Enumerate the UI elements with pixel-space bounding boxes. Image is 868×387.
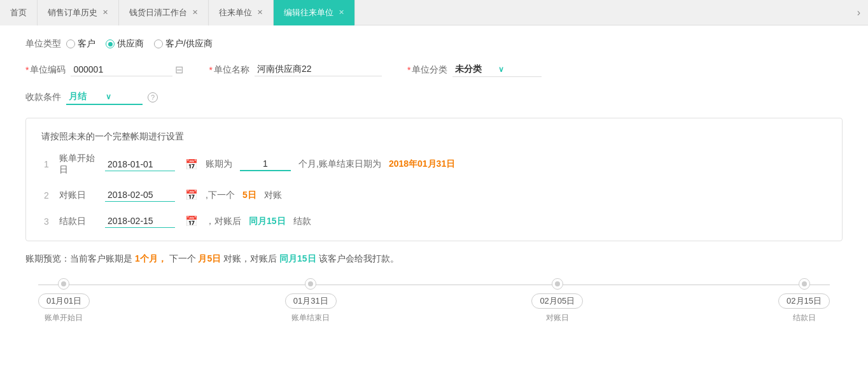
radio-supplier-label: 供应商 <box>117 38 144 50</box>
tab-edit-partner-label: 编辑往来单位 <box>284 7 333 18</box>
tab-sales-history[interactable]: 销售订单历史 ✕ <box>38 0 119 25</box>
unit-code-group: * 单位编码 ⊟ <box>25 63 183 76</box>
payment-help-icon[interactable]: ? <box>148 92 158 102</box>
period-end-date-highlight: 2018年01月31日 <box>389 158 455 170</box>
preview-text: 账期预览：当前客户账期是 1个月， 下一个 月5日 对账，对账后 同月15日 该… <box>25 251 843 265</box>
timeline-dot-1 <box>305 278 316 290</box>
calendar-icon-2[interactable]: 📅 <box>185 189 198 201</box>
radio-customer-circle <box>66 39 75 48</box>
tab-cashier-label: 钱货日清工作台 <box>129 7 187 18</box>
tab-cashier[interactable]: 钱货日清工作台 ✕ <box>119 0 209 25</box>
timeline-date-3: 02月15日 <box>778 293 830 309</box>
radio-supplier-circle <box>106 39 115 48</box>
page-content: 单位类型 客户 供应商 客户/供应商 * 单位编码 ⊟ * 单位名称 <box>0 25 868 387</box>
unit-name-required: * <box>209 65 212 75</box>
radio-group-unit-type: 客户 供应商 客户/供应商 <box>66 38 213 50</box>
period-label-2: 对账日 <box>59 190 97 201</box>
period-desc-1a: 账期为 <box>206 158 232 170</box>
period-desc-2a: ,下一个 <box>206 190 235 201</box>
tab-bar: 首页 销售订单历史 ✕ 钱货日清工作台 ✕ 往来单位 ✕ 编辑往来单位 ✕ › <box>0 0 868 25</box>
tab-partners-label: 往来单位 <box>219 7 252 18</box>
unit-code-label: 单位编码 <box>30 64 66 76</box>
timeline-dot-0 <box>58 278 69 290</box>
timeline-label-0: 账单开始日 <box>45 313 83 323</box>
unit-classify-required: * <box>407 65 410 75</box>
unit-details-row: * 单位编码 ⊟ * 单位名称 * 单位分类 未分类 ∨ <box>25 62 843 77</box>
calendar-icon-3[interactable]: 📅 <box>185 215 198 227</box>
timeline-dot-3 <box>799 278 810 290</box>
preview-middle2: 对账，对账后 <box>223 253 277 264</box>
preview-prefix: 账期预览：当前客户账期是 <box>25 253 132 264</box>
timeline-dot-inner-3 <box>802 281 807 286</box>
period-num-2: 2 <box>41 190 52 201</box>
period-row-3: 3 结款日 📅 ，对账后 同月15日 结款 <box>41 215 827 228</box>
radio-customer-supplier[interactable]: 客户/供应商 <box>154 38 213 50</box>
preview-suffix: 该客户会给我打款。 <box>319 253 399 264</box>
tab-cashier-close[interactable]: ✕ <box>192 8 198 17</box>
timeline-point-3: 02月15日 结款日 <box>778 278 830 323</box>
timeline-points: 01月01日 账单开始日 01月31日 账单结束日 02月05日 对账日 <box>38 278 830 323</box>
tab-home[interactable]: 首页 <box>0 0 38 25</box>
unit-code-required: * <box>25 65 29 75</box>
tab-edit-partner-close[interactable]: ✕ <box>339 8 344 17</box>
timeline-label-2: 对账日 <box>546 313 569 323</box>
period-row-1: 1 账单开始日 📅 账期为 个月,账单结束日期为 2018年01月31日 <box>41 153 827 176</box>
tab-home-label: 首页 <box>10 7 27 18</box>
radio-customer[interactable]: 客户 <box>66 38 95 50</box>
period-desc-3b: 结款 <box>293 216 311 227</box>
period-num-3: 3 <box>41 216 52 227</box>
tab-partners-close[interactable]: ✕ <box>257 8 263 17</box>
timeline-date-1: 01月31日 <box>285 293 337 309</box>
timeline-date-2: 02月05日 <box>531 293 583 309</box>
timeline-point-2: 02月05日 对账日 <box>531 278 583 323</box>
radio-supplier[interactable]: 供应商 <box>106 38 144 50</box>
preview-highlight2: 月5日 <box>198 253 221 264</box>
unit-code-icon[interactable]: ⊟ <box>175 64 183 76</box>
timeline-dot-2 <box>552 278 563 290</box>
payment-condition-select[interactable]: 月结 ∨ <box>66 90 143 105</box>
timeline-dot-inner-1 <box>308 281 313 286</box>
unit-classify-select[interactable]: 未分类 ∨ <box>452 62 542 77</box>
radio-customer-supplier-circle <box>154 39 163 48</box>
radio-customer-label: 客户 <box>78 38 95 50</box>
tab-sales-history-label: 销售订单历史 <box>48 7 97 18</box>
unit-name-input[interactable] <box>255 63 382 76</box>
timeline-label-1: 账单结束日 <box>291 313 330 323</box>
timeline-point-0: 01月01日 账单开始日 <box>38 278 90 323</box>
timeline-point-1: 01月31日 账单结束日 <box>285 278 337 323</box>
period-date-2[interactable] <box>105 188 175 202</box>
preview-middle1: 下一个 <box>169 253 196 264</box>
timeline-dot-inner-2 <box>555 281 560 286</box>
tab-sales-history-close[interactable]: ✕ <box>102 8 108 17</box>
period-box-title: 请按照未来的一个完整帐期进行设置 <box>41 131 827 143</box>
tab-edit-partner[interactable]: 编辑往来单位 ✕ <box>274 0 355 25</box>
unit-name-group: * 单位名称 <box>209 63 381 76</box>
period-row-2: 2 对账日 📅 ,下一个 5日 对账 <box>41 188 827 202</box>
tab-partners[interactable]: 往来单位 ✕ <box>209 0 274 25</box>
period-desc-3a: ，对账后 <box>206 216 241 227</box>
timeline-dot-inner-0 <box>61 281 66 286</box>
period-date-1[interactable] <box>105 158 175 171</box>
payment-condition-label: 收款条件 <box>25 92 61 103</box>
classify-chevron-icon: ∨ <box>498 65 539 74</box>
tab-more-button[interactable]: › <box>850 0 868 25</box>
unit-code-input[interactable] <box>71 63 172 76</box>
period-month-input[interactable] <box>240 157 291 171</box>
period-desc-1b: 个月,账单结束日期为 <box>298 158 381 170</box>
payment-condition-value: 月结 <box>69 91 103 102</box>
timeline: 01月01日 账单开始日 01月31日 账单结束日 02月05日 对账日 <box>25 278 843 323</box>
preview-highlight1: 1个月， <box>135 253 167 264</box>
unit-classify-value: 未分类 <box>455 64 496 75</box>
period-day-2-highlight: 5日 <box>242 190 256 201</box>
calendar-icon-1[interactable]: 📅 <box>185 158 198 171</box>
payment-chevron-icon: ∨ <box>106 92 140 101</box>
period-desc-2b: 对账 <box>264 190 282 201</box>
payment-condition-row: 收款条件 月结 ∨ ? <box>25 90 843 105</box>
period-date-3[interactable] <box>105 215 175 228</box>
period-label-3: 结款日 <box>59 216 97 227</box>
timeline-date-0: 01月01日 <box>38 293 90 309</box>
period-day-3-highlight: 同月15日 <box>249 216 286 227</box>
period-setting-box: 请按照未来的一个完整帐期进行设置 1 账单开始日 📅 账期为 个月,账单结束日期… <box>25 118 843 241</box>
unit-classify-label: 单位分类 <box>412 64 447 76</box>
unit-type-row: 单位类型 客户 供应商 客户/供应商 <box>25 38 843 50</box>
